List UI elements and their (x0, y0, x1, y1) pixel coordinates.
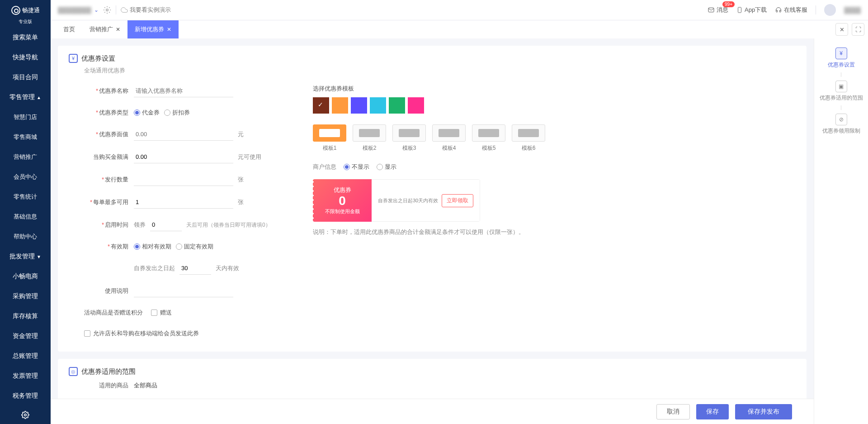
usage-desc-input[interactable] (134, 285, 233, 297)
coupon-preview: 优惠券 0 不限制使用金额 自券发出之日起30天内有效 立即领取 (313, 179, 480, 222)
checkbox-points[interactable]: 赠送 (151, 309, 172, 317)
close-icon[interactable]: ✕ (167, 26, 171, 33)
sidebar-item-funds[interactable]: 资金管理 (0, 326, 51, 346)
enable-days-input[interactable] (150, 219, 182, 231)
issue-count-input[interactable] (134, 173, 233, 186)
service-link[interactable]: 在线客服 (775, 6, 807, 14)
template-3[interactable]: 模板3 (392, 124, 426, 152)
swatch-4[interactable] (370, 97, 386, 114)
sidebar-item-baseinfo[interactable]: 基础信息 (0, 207, 51, 227)
preview-name: 优惠券 (334, 186, 351, 194)
min-amount-input[interactable] (134, 151, 233, 163)
anchor-nav: ¥ 优惠券设置 ▣ 优惠券适用的范围 ⊘ 优惠券领用限制 (814, 38, 868, 424)
svg-point-1 (106, 9, 108, 11)
sidebar-item-tax[interactable]: 税务管理 (0, 386, 51, 406)
sidebar-item-wholesale[interactable]: 批发管理▼ (0, 247, 51, 267)
sidebar-item-quicknav[interactable]: 快捷导航 (0, 48, 51, 67)
cloud-icon (121, 6, 128, 14)
anchor-settings[interactable]: ¥ 优惠券设置 (816, 44, 866, 72)
checkbox-allow-mobile[interactable]: 允许店长和导购在移动端给会员发送此券 (84, 329, 199, 338)
radio-voucher[interactable]: 代金券 (134, 109, 160, 117)
save-button[interactable]: 保存 (696, 404, 729, 419)
org-name: ████████ (58, 7, 91, 14)
org-switcher[interactable]: ████████ ⌄ (58, 7, 99, 14)
swatch-5[interactable] (389, 97, 405, 114)
radio-fixed-valid[interactable]: 固定有效期 (176, 243, 213, 251)
sidebar-item-ecommerce[interactable]: 小畅电商 (0, 267, 51, 286)
messages-link[interactable]: 消息 99+ (708, 6, 728, 14)
brand-name: 畅捷通 (22, 6, 40, 14)
template-title: 选择优惠券模板 (313, 85, 796, 93)
section-title: 优惠券适用的范围 (81, 367, 136, 376)
color-swatches (313, 97, 796, 114)
message-icon (708, 6, 715, 14)
max-per-order-input[interactable] (134, 196, 233, 209)
brand-logo[interactable]: 畅捷通 (0, 0, 51, 20)
radio-relative-valid[interactable]: 相对有效期 (134, 243, 171, 251)
sidebar-item-member[interactable]: 会员中心 (0, 167, 51, 187)
template-4[interactable]: 模板4 (432, 124, 466, 152)
anchor-icon: ▣ (835, 81, 847, 92)
sidebar-item-retailstat[interactable]: 零售统计 (0, 187, 51, 207)
sidebar-item-help[interactable]: 帮助中心 (0, 227, 51, 247)
sidebar-item-invoice[interactable]: 发票管理 (0, 366, 51, 386)
sidebar-item-project[interactable]: 项目合同 (0, 67, 51, 87)
content: ¥ 优惠券设置 全场通用优惠券 *优惠券名称 *优惠券类型 代金券 折扣券 (51, 38, 868, 424)
preview-claim-button[interactable]: 立即领取 (442, 194, 473, 207)
sidebar-item-smartstore[interactable]: 智慧门店 (0, 107, 51, 127)
preview-condition: 不限制使用金额 (325, 208, 360, 215)
gear-icon (21, 411, 29, 419)
template-6[interactable]: 模板6 (512, 124, 545, 152)
tab-marketing[interactable]: 营销推广✕ (82, 20, 127, 38)
swatch-6[interactable] (408, 97, 424, 114)
main-scroll[interactable]: ¥ 优惠券设置 全场通用优惠券 *优惠券名称 *优惠券类型 代金券 折扣券 (51, 38, 814, 424)
swatch-3[interactable] (351, 97, 367, 114)
radio-show-merchant[interactable]: 显示 (377, 163, 396, 171)
topbar: ████████ ⌄ 我要看实例演示 消息 99+ App下载 在线客服 ███… (51, 0, 868, 20)
tab-add-coupon[interactable]: 新增优惠券✕ (127, 20, 179, 38)
demo-link[interactable]: 我要看实例演示 (121, 6, 171, 14)
swatch-2[interactable] (332, 97, 348, 114)
anchor-icon: ¥ (835, 48, 847, 59)
sidebar-item-inventory[interactable]: 库存核算 (0, 306, 51, 326)
swatch-1[interactable] (313, 97, 329, 114)
tabstrip: 首页 营销推广✕ 新增优惠券✕ ✕ ⛶ (51, 20, 868, 38)
close-icon[interactable]: ✕ (116, 26, 120, 33)
cancel-button[interactable]: 取消 (656, 404, 690, 419)
face-value-input[interactable] (134, 128, 233, 141)
sidebar-item-retailmall[interactable]: 零售商城 (0, 127, 51, 147)
mobile-icon (736, 6, 743, 14)
avatar[interactable] (824, 4, 836, 16)
radio-discount[interactable]: 折扣券 (164, 109, 190, 117)
sidebar: 畅捷通 专业版 搜索菜单 快捷导航 项目合同 零售管理▲ 智慧门店 零售商城 营… (0, 0, 51, 424)
sidebar-item-marketing[interactable]: 营销推广 (0, 147, 51, 167)
scope-goods-value: 全部商品 (134, 381, 157, 390)
svg-rect-2 (708, 8, 714, 12)
sidebar-item-search[interactable]: 搜索菜单 (0, 28, 51, 48)
caret-down-icon: ▼ (37, 254, 41, 259)
template-1[interactable]: 模板1 (313, 124, 346, 152)
settings-icon[interactable] (103, 6, 111, 14)
save-publish-button[interactable]: 保存并发布 (735, 404, 792, 419)
footer-actions: 取消 保存 保存并发布 (51, 399, 814, 424)
fullscreen-button[interactable]: ⛶ (852, 23, 864, 36)
tab-home[interactable]: 首页 (56, 20, 82, 38)
radio-hide-merchant[interactable]: 不显示 (344, 163, 369, 171)
preview-amount: 0 (339, 194, 346, 208)
svg-rect-3 (738, 7, 741, 13)
anchor-limit[interactable]: ⊘ 优惠券领用限制 (816, 110, 866, 138)
app-download-link[interactable]: App下载 (736, 6, 767, 14)
template-2[interactable]: 模板2 (353, 124, 386, 152)
coupon-name-input[interactable] (134, 85, 233, 97)
valid-days-input[interactable] (179, 262, 211, 275)
sidebar-settings[interactable] (0, 406, 51, 424)
close-all-button[interactable]: ✕ (835, 23, 848, 36)
merchant-info-label: 商户信息 (313, 163, 336, 171)
preview-valid: 自券发出之日起30天内有效 (378, 197, 438, 204)
template-5[interactable]: 模板5 (472, 124, 505, 152)
sidebar-item-retail[interactable]: 零售管理▲ (0, 87, 51, 107)
caret-up-icon: ▲ (37, 95, 41, 100)
anchor-scope[interactable]: ▣ 优惠券适用的范围 (816, 77, 866, 105)
sidebar-item-ledger[interactable]: 总账管理 (0, 346, 51, 366)
sidebar-item-purchase[interactable]: 采购管理 (0, 286, 51, 306)
